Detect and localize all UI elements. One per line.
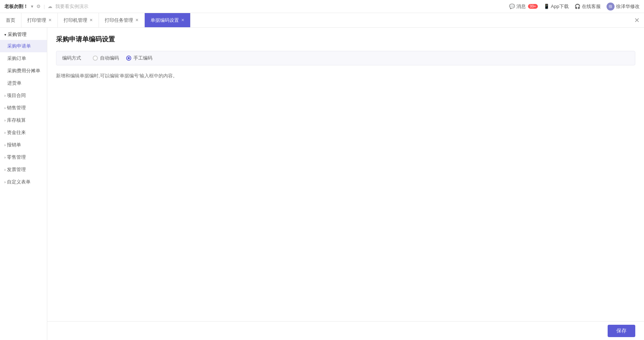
search-text[interactable]: 我要看实例演示 — [55, 3, 88, 10]
tab-printer-management-close[interactable]: ✕ — [89, 18, 93, 23]
phone-icon: 📱 — [544, 4, 549, 9]
sidebar: ▾ 采购管理 采购申请单 采购订单 采购费用分摊单 进货单 › 项目合同 › 销… — [0, 28, 47, 340]
chevron-down-icon: ▾ — [4, 33, 6, 37]
tab-printer-management[interactable]: 打印机管理 ✕ — [58, 13, 99, 27]
sidebar-section-retail[interactable]: › 零售管理 — [0, 151, 47, 163]
tab-barcode-settings[interactable]: 单据编码设置 ✕ — [145, 13, 191, 27]
tab-print-task-label: 打印任务管理 — [105, 17, 133, 24]
tab-home[interactable]: 首页 — [0, 13, 21, 27]
radio-auto-circle[interactable] — [93, 56, 98, 61]
top-bar: 老板勿割！ ▾ ⚙ | ☁ 我要看实例演示 💬 消息 99+ 📱 App下载 🎧… — [0, 0, 644, 13]
radio-manual-circle[interactable] — [126, 56, 131, 61]
sidebar-section-project-label: 项目合同 — [7, 92, 26, 99]
customer-service-button[interactable]: 🎧 在线客服 — [575, 3, 601, 10]
page-title: 采购申请单编码设置 — [56, 35, 635, 44]
tab-home-label: 首页 — [6, 17, 15, 24]
tab-bar-close[interactable]: ✕ — [630, 13, 644, 27]
encoding-method-row: 编码方式 自动编码 手工编码 — [56, 51, 635, 65]
chevron-right-icon-sales: › — [4, 106, 5, 110]
sidebar-item-goods-receipt[interactable]: 进货单 — [0, 77, 47, 89]
main-layout: ▾ 采购管理 采购申请单 采购订单 采购费用分摊单 进货单 › 项目合同 › 销… — [0, 28, 644, 340]
radio-manual-encoding[interactable]: 手工编码 — [126, 55, 152, 61]
sidebar-section-invoice[interactable]: › 发票管理 — [0, 163, 47, 176]
sidebar-section-purchase[interactable]: ▾ 采购管理 — [0, 28, 47, 40]
headset-icon: 🎧 — [575, 4, 580, 9]
messages-label: 消息 — [516, 3, 526, 10]
sidebar-section-expense[interactable]: › 报销单 — [0, 139, 47, 151]
sidebar-item-purchase-order[interactable]: 采购订单 — [0, 52, 47, 65]
chevron-right-icon-project: › — [4, 94, 5, 98]
sidebar-item-purchase-order-label: 采购订单 — [7, 56, 26, 61]
chevron-right-icon-invoice: › — [4, 168, 5, 172]
radio-group: 自动编码 手工编码 — [93, 55, 152, 61]
encoding-label: 编码方式 — [62, 55, 81, 61]
sidebar-section-inventory-label: 库存核算 — [7, 117, 26, 124]
tab-spacer — [191, 13, 630, 27]
customer-service-label: 在线客服 — [582, 3, 601, 10]
sidebar-section-custom-label: 自定义表单 — [7, 179, 31, 185]
content-inner: 采购申请单编码设置 编码方式 自动编码 手工编码 新增和编辑单据编时,可以编辑'… — [47, 28, 644, 321]
messages-badge: 99+ — [528, 4, 538, 9]
sidebar-section-custom-form[interactable]: › 自定义表单 — [0, 176, 47, 188]
tab-bar: 首页 打印管理 ✕ 打印机管理 ✕ 打印任务管理 ✕ 单据编码设置 ✕ ✕ — [0, 13, 644, 28]
radio-auto-label: 自动编码 — [100, 55, 119, 61]
tab-print-management-close[interactable]: ✕ — [48, 18, 52, 23]
settings-icon[interactable]: ⚙ — [36, 4, 41, 9]
sidebar-section-purchase-label: 采购管理 — [8, 31, 27, 38]
save-button[interactable]: 保存 — [608, 325, 635, 337]
sidebar-section-retail-label: 零售管理 — [7, 154, 26, 161]
user-menu[interactable]: 徐 徐泽华修改 — [607, 3, 640, 11]
tab-printer-management-label: 打印机管理 — [64, 17, 87, 24]
sidebar-section-finance[interactable]: › 资金往来 — [0, 126, 47, 139]
sidebar-section-inventory[interactable]: › 库存核算 — [0, 114, 47, 126]
chevron-right-icon-custom: › — [4, 180, 5, 184]
divider: | — [44, 4, 45, 9]
chevron-right-icon-expense: › — [4, 143, 5, 147]
sidebar-section-expense-label: 报销单 — [7, 142, 21, 148]
content-footer: 保存 — [47, 321, 644, 340]
sidebar-item-purchase-requisition[interactable]: 采购申请单 — [0, 40, 47, 52]
user-name: 徐泽华修改 — [616, 3, 640, 10]
sidebar-item-purchase-requisition-label: 采购申请单 — [7, 43, 31, 49]
tab-print-management[interactable]: 打印管理 ✕ — [21, 13, 58, 27]
radio-auto-encoding[interactable]: 自动编码 — [93, 55, 119, 61]
tab-print-management-label: 打印管理 — [27, 17, 46, 24]
top-bar-left: 老板勿割！ ▾ ⚙ | ☁ 我要看实例演示 — [4, 3, 88, 10]
cloud-icon: ☁ — [48, 4, 52, 9]
tab-barcode-settings-close[interactable]: ✕ — [181, 18, 184, 23]
logo-text: 老板勿割！ — [4, 3, 28, 10]
sidebar-section-project[interactable]: › 项目合同 — [0, 89, 47, 102]
sidebar-section-sales[interactable]: › 销售管理 — [0, 102, 47, 114]
chevron-right-icon-inventory: › — [4, 118, 5, 122]
sidebar-item-purchase-cost-label: 采购费用分摊单 — [7, 68, 40, 73]
chevron-right-icon-retail: › — [4, 155, 5, 159]
radio-manual-label: 手工编码 — [133, 55, 152, 61]
content-area: 采购申请单编码设置 编码方式 自动编码 手工编码 新增和编辑单据编时,可以编辑'… — [47, 28, 644, 340]
sidebar-item-purchase-cost[interactable]: 采购费用分摊单 — [0, 65, 47, 77]
avatar-icon: 徐 — [607, 3, 615, 11]
chevron-right-icon-finance: › — [4, 131, 5, 135]
sidebar-item-goods-receipt-label: 进货单 — [7, 80, 21, 86]
top-bar-right: 💬 消息 99+ 📱 App下载 🎧 在线客服 徐 徐泽华修改 — [509, 3, 640, 11]
sidebar-section-finance-label: 资金往来 — [7, 129, 26, 136]
dropdown-icon[interactable]: ▾ — [31, 4, 33, 9]
sidebar-section-sales-label: 销售管理 — [7, 105, 26, 111]
app-download-label: App下载 — [551, 3, 569, 10]
messages-button[interactable]: 💬 消息 99+ — [509, 3, 538, 10]
tab-print-task[interactable]: 打印任务管理 ✕ — [99, 13, 145, 27]
message-icon: 💬 — [509, 4, 515, 9]
app-download-button[interactable]: 📱 App下载 — [544, 3, 569, 10]
hint-text: 新增和编辑单据编时,可以编辑'单据编号'输入框中的内容。 — [56, 73, 635, 79]
sidebar-section-invoice-label: 发票管理 — [7, 166, 26, 173]
tab-barcode-settings-label: 单据编码设置 — [151, 17, 179, 24]
tab-print-task-close[interactable]: ✕ — [135, 18, 139, 23]
